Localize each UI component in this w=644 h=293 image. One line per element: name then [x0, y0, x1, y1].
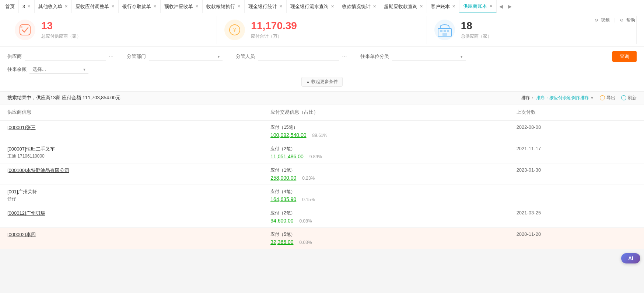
supplier-link[interactable]: [001]广州荣轩: [7, 189, 37, 194]
filter-balance: 往来余额 ▼: [7, 65, 88, 74]
refresh-button[interactable]: 刷新: [621, 95, 637, 101]
svg-rect-8: [442, 33, 447, 36]
supplier-info-cell: [001]广州荣轩仔仔: [0, 185, 263, 206]
payable-info-cell: 应付（2笔） 94,600.00 0.08%: [263, 206, 509, 228]
svg-rect-5: [440, 30, 442, 32]
th-supplier-info: 供应商信息: [0, 104, 263, 120]
help-link[interactable]: 帮助: [626, 17, 635, 23]
close-icon[interactable]: ✕: [279, 4, 283, 9]
export-button[interactable]: 导出: [600, 95, 615, 101]
nav-tab-cash-bank-flow[interactable]: 现金银行流水查询 ✕: [287, 0, 338, 13]
summary-bar: 13 总应付供应商（家） ¥ 11,170.39 应付合计（万） 18 总供应商…: [0, 13, 644, 46]
close-icon[interactable]: ✕: [489, 4, 493, 8]
supplier-info-cell: [000007]恒旺二手叉车王通 17106110000: [0, 142, 263, 163]
svg-rect-6: [444, 30, 446, 32]
th-payable-info: 应付交易信息（占比）: [263, 104, 509, 120]
nav-tab-collection[interactable]: 收款核销执行 ✕: [203, 0, 245, 13]
amount-value[interactable]: 94,600.00: [270, 218, 293, 224]
pay-label: 应付（4笔）: [270, 189, 501, 195]
close-icon[interactable]: ✕: [237, 4, 241, 9]
refresh-icon: [621, 95, 626, 100]
amount-pct: 9.89%: [309, 154, 322, 159]
payable-total-text: 11,170.39 应付合计（万）: [251, 20, 297, 39]
category-select-wrapper: ▼: [392, 52, 466, 61]
nav-tab-other-income[interactable]: 其他收入单 ✕: [35, 0, 72, 13]
supplier-link[interactable]: [000002]李四: [7, 232, 36, 237]
nav-tab-ar-ap-adjust[interactable]: 应收应付调整单 ✕: [72, 0, 119, 13]
sort-arrow-icon: ▼: [590, 96, 594, 100]
nav-tab-bank-deposit[interactable]: 银行存取款单 ✕: [119, 0, 161, 13]
supplier-info-cell: [000100]本特勤油品有限公司: [0, 163, 263, 185]
nav-tab-collection-stat[interactable]: 收款情况统计 ✕: [338, 0, 380, 13]
dept-label: 分管部门: [127, 53, 146, 60]
sort-value[interactable]: 排序：按应付余额倒序排序: [536, 95, 589, 100]
balance-label: 往来余额: [7, 66, 27, 73]
close-icon[interactable]: ✕: [64, 4, 68, 9]
result-actions: 排序： 排序：按应付余额倒序排序 ▼ 导出 刷新: [521, 95, 637, 101]
nav-tab-customer-ledger[interactable]: 客户账本 ✕: [427, 0, 459, 13]
video-link[interactable]: 视频: [601, 17, 610, 23]
table-header-row: 供应商信息 应付交易信息（占比） 上次付数: [0, 104, 644, 120]
supplier-dots[interactable]: ···: [109, 53, 113, 60]
payable-info-cell: 应付（4笔） 164,635.90 0.15%: [263, 185, 509, 206]
table-row: [000001]张三应付（15笔） 100,092,540.00 89.61% …: [0, 120, 644, 142]
last-pay-date: 2023-01-30: [517, 167, 541, 173]
nav-arrow-left[interactable]: ◀: [497, 0, 505, 13]
last-pay-cell: 2020-11-20: [509, 228, 644, 249]
collapse-button[interactable]: ▲ 收起更多条件: [301, 77, 343, 87]
close-icon[interactable]: ✕: [452, 4, 455, 9]
query-button[interactable]: 查询: [612, 51, 637, 62]
balance-input[interactable]: [29, 65, 88, 74]
payable-total-icon: ¥: [224, 20, 245, 40]
last-pay-date: 2020-11-20: [517, 231, 541, 237]
amount-value[interactable]: 164,635.90: [270, 196, 296, 202]
payable-info-cell: 应付（15笔） 100,092,540.00 89.61%: [263, 120, 509, 142]
last-pay-cell: 2021-03-25: [509, 206, 644, 228]
top-navigation: 首页 3 ✕ 其他收入单 ✕ 应收应付调整单 ✕ 银行存取款单 ✕ 预收冲应收单…: [0, 0, 644, 13]
nav-tab-home[interactable]: 首页: [1, 0, 19, 13]
refresh-label: 刷新: [628, 95, 637, 101]
payable-total-label: 应付合计（万）: [251, 33, 297, 39]
supplier-link[interactable]: [000001]张三: [7, 125, 36, 130]
close-icon[interactable]: ✕: [373, 4, 376, 9]
data-table-wrapper: 供应商信息 应付交易信息（占比） 上次付数 [000001]张三应付（15笔） …: [0, 104, 644, 249]
nav-tab-cash-bank-stat[interactable]: 现金银行统计 ✕: [245, 0, 287, 13]
person-input[interactable]: [258, 52, 339, 61]
supplier-input[interactable]: [25, 52, 106, 61]
amount-value[interactable]: 32,366.00: [270, 239, 293, 245]
dept-input[interactable]: [149, 52, 223, 61]
category-input[interactable]: [392, 52, 466, 61]
last-pay-cell: 2021-11-17: [509, 142, 644, 163]
nav-tab-overdue[interactable]: 超期应收款查询 ✕: [380, 0, 427, 13]
nav-arrow-right[interactable]: ▶: [505, 0, 514, 13]
supplier-link[interactable]: [000100]本特勤油品有限公司: [7, 168, 69, 173]
filter-category: 往来单位分类 ▼: [360, 52, 466, 61]
supplier-link[interactable]: [000007]恒旺二手叉车: [7, 146, 55, 152]
pay-label: 应付（1笔）: [270, 167, 501, 173]
payable-suppliers-text: 13 总应付供应商（家）: [41, 20, 81, 39]
close-icon[interactable]: ✕: [420, 4, 423, 9]
table-row: [000007]恒旺二手叉车王通 17106110000应付（2笔） 11,05…: [0, 142, 644, 163]
close-icon[interactable]: ✕: [27, 4, 31, 9]
amount-value[interactable]: 258,000.00: [270, 175, 296, 181]
supplier-label: 供应商: [7, 53, 22, 60]
collapse-label: 收起更多条件: [311, 79, 338, 85]
amount-value[interactable]: 11,051,486.00: [270, 154, 304, 159]
close-icon[interactable]: ✕: [153, 4, 157, 9]
supplier-link[interactable]: [000012]广州贝瑞: [7, 210, 45, 216]
close-icon[interactable]: ✕: [111, 4, 115, 9]
amount-value[interactable]: 100,092,540.00: [270, 132, 306, 138]
filter-supplier: 供应商 ···: [7, 52, 113, 61]
pay-label: 应付（2笔）: [270, 210, 501, 216]
nav-tab-supplier-ledger[interactable]: 供应商账本 ✕: [459, 0, 497, 13]
close-icon[interactable]: ✕: [331, 4, 334, 9]
supplier-info-cell: [000012]广州贝瑞: [0, 206, 263, 228]
payable-info-cell: 应付（5笔） 32,366.00 0.03%: [263, 228, 509, 249]
nav-tab-3[interactable]: 3 ✕: [19, 0, 35, 13]
person-dots[interactable]: ···: [342, 53, 347, 60]
supplier-info-cell: [000001]张三: [0, 120, 263, 142]
circle-icon: ⊙: [595, 18, 598, 23]
close-icon[interactable]: ✕: [195, 4, 199, 9]
last-pay-cell: [509, 185, 644, 206]
nav-tab-prepay[interactable]: 预收冲应收单 ✕: [161, 0, 203, 13]
